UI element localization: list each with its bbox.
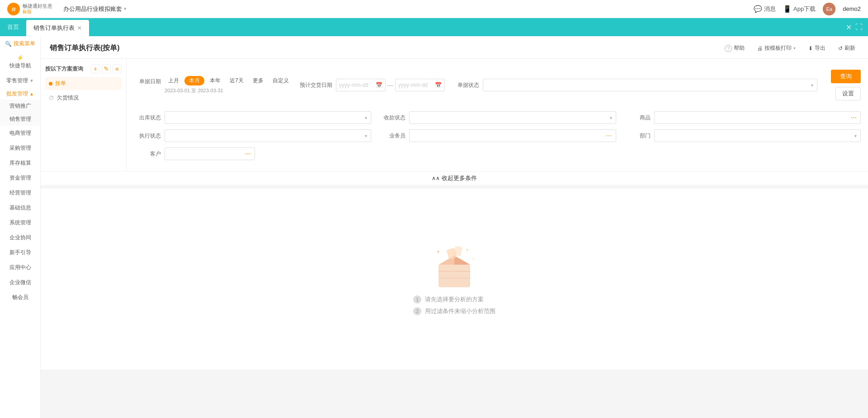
exec-arrow-icon: ▾: [365, 133, 367, 138]
date-field-container: 单据日期 上月 本月 本年 近7天 更多 自定义 20: [134, 76, 292, 94]
scheme-collapse-btn[interactable]: «: [113, 64, 122, 73]
sidebar-item-finance[interactable]: 资金管理: [0, 171, 40, 185]
print-btn[interactable]: 🖨 按模板打印 ▾: [754, 43, 799, 54]
expected-date-to[interactable]: yyyy-mm-dd 📅: [395, 79, 445, 91]
svg-text:✦: ✦: [466, 248, 469, 252]
scheme-header-title: 按以下方案查询: [45, 65, 83, 73]
filter-conditions: 单据日期 上月 本月 本年 近7天 更多 自定义 20: [127, 59, 868, 171]
tab-last-7-days[interactable]: 近7天: [226, 76, 247, 86]
export-btn[interactable]: ⬇ 导出: [805, 43, 829, 54]
tab-last-month[interactable]: 上月: [165, 76, 183, 86]
logo-text: 畅捷通好生意 标版: [23, 3, 52, 14]
goods-input[interactable]: ···: [654, 111, 861, 124]
edit-icon: ✎: [104, 65, 109, 72]
status-select[interactable]: ▾: [483, 79, 817, 91]
tab-close-icon[interactable]: ✕: [77, 25, 82, 31]
sidebar-item-operation[interactable]: 经营管理: [0, 185, 40, 200]
salesman-label: 业务员: [378, 132, 406, 140]
customer-dots-icon[interactable]: ···: [245, 150, 251, 158]
expected-date-field: 预计交货日期 yyyy-mm-dd 📅 — yyyy-mm-dd 📅: [300, 79, 445, 91]
tab-bar: 首页 销售订单执行表 ✕ ✕ ⛶: [0, 18, 868, 36]
tab-custom[interactable]: 自定义: [269, 76, 292, 86]
collapse-text: 收起更多条件: [442, 174, 477, 182]
content-area: 销售订单执行表(按单) ? 帮助 🖨 按模板打印 ▾ ⬇ 导出 ↺ 刷新: [41, 36, 868, 418]
customer-input[interactable]: ···: [165, 147, 255, 160]
collapse-icon: «: [115, 65, 119, 73]
svg-text:✦: ✦: [436, 249, 440, 254]
help-icon: ?: [725, 45, 732, 52]
tab-more[interactable]: 更多: [249, 76, 267, 86]
scheme-edit-btn[interactable]: ✎: [102, 64, 111, 73]
breadcrumb[interactable]: 办公用品行业模拟账套 ▾: [63, 5, 127, 13]
empty-step-2: 2 用过滤条件来缩小分析范围: [413, 307, 495, 315]
header-right: 💬 消息 📱 App下载 Ea demo2: [754, 3, 861, 15]
refresh-icon: ↺: [838, 45, 843, 52]
expected-to-placeholder: yyyy-mm-dd: [398, 82, 428, 88]
action-buttons: 查询 设置: [825, 64, 861, 106]
department-field: 部门 ▾: [623, 129, 861, 142]
sidebar-item-retail[interactable]: 零售管理 ▼: [0, 73, 40, 86]
tab-this-year[interactable]: 本年: [206, 76, 224, 86]
print-arrow-icon: ▾: [793, 46, 796, 51]
sidebar-item-purchase[interactable]: 采购管理: [0, 141, 40, 156]
app-download-action[interactable]: 📱 App下载: [783, 5, 816, 13]
out-stock-select[interactable]: ▾: [165, 111, 371, 124]
collapse-bar[interactable]: ∧∧ 收起更多条件: [41, 171, 868, 185]
scheme-item-by-order[interactable]: 按单: [45, 77, 122, 90]
filter-scheme-panel: 按以下方案查询 + ✎ «: [41, 59, 127, 171]
customer-label: 客户: [134, 150, 161, 158]
salesman-dots-icon[interactable]: ···: [606, 132, 612, 140]
user-avatar[interactable]: Ea: [823, 3, 835, 15]
page-actions: ? 帮助 🖨 按模板打印 ▾ ⬇ 导出 ↺ 刷新: [721, 43, 859, 54]
shortage-icon: ⏱: [49, 95, 54, 101]
sidebar-search[interactable]: 🔍 搜索菜单: [0, 36, 40, 51]
department-arrow-icon: ▾: [854, 133, 857, 138]
message-action[interactable]: 💬 消息: [754, 5, 776, 13]
print-icon: 🖨: [757, 45, 763, 52]
empty-svg: ✦ ✦ ✦: [427, 240, 481, 294]
sidebar-item-member[interactable]: 畅会员: [0, 290, 40, 305]
sidebar-item-wholesale[interactable]: 批发管理 ▲: [0, 86, 40, 100]
sidebar-item-shortcut[interactable]: ⚡ 快捷导航: [0, 51, 40, 73]
tab-maximize-icon[interactable]: ⛶: [855, 23, 863, 31]
svg-rect-2: [439, 265, 470, 287]
sidebar-item-inventory[interactable]: 库存核算: [0, 156, 40, 171]
sidebar-item-ecommerce[interactable]: 电商管理: [0, 126, 40, 141]
step-2-text: 用过滤条件来缩小分析范围: [425, 307, 495, 315]
empty-illustration: ✦ ✦ ✦: [427, 240, 481, 295]
sidebar-item-sales[interactable]: 销售管理: [0, 113, 40, 126]
receipt-select[interactable]: ▾: [409, 111, 616, 124]
goods-dots-icon[interactable]: ···: [851, 114, 857, 122]
sidebar-item-basic[interactable]: 基础信息: [0, 200, 40, 215]
settings-button[interactable]: 设置: [835, 87, 861, 100]
help-btn[interactable]: ? 帮助: [721, 43, 748, 54]
query-button[interactable]: 查询: [831, 70, 861, 83]
out-stock-field: 出库状态 ▾: [134, 111, 371, 124]
out-stock-arrow-icon: ▾: [365, 115, 367, 120]
sidebar-item-appstore[interactable]: 应用中心: [0, 260, 40, 275]
tab-sales-order[interactable]: 销售订单执行表 ✕: [26, 20, 89, 36]
tab-this-month[interactable]: 本月: [184, 76, 204, 86]
filter-panel: 按以下方案查询 + ✎ «: [41, 59, 868, 171]
scheme-add-btn[interactable]: +: [91, 64, 100, 73]
user-name[interactable]: demo2: [843, 5, 861, 12]
receipt-label: 收款状态: [378, 114, 406, 122]
scheme-item-shortage[interactable]: ⏱ 欠货情况: [45, 92, 122, 104]
exec-status-label: 执行状态: [134, 132, 161, 140]
tab-close-all-icon[interactable]: ✕: [846, 23, 852, 32]
department-select[interactable]: ▾: [654, 129, 861, 142]
receipt-status-field: 收款状态 ▾: [378, 111, 616, 124]
sidebar-item-system[interactable]: 系统管理: [0, 215, 40, 230]
sidebar-item-enterprise[interactable]: 企业协同: [0, 230, 40, 245]
page-title: 销售订单执行表(按单): [50, 43, 120, 53]
exec-status-select[interactable]: ▾: [165, 129, 371, 142]
refresh-btn[interactable]: ↺ 刷新: [835, 43, 859, 54]
salesman-input[interactable]: ···: [409, 129, 616, 142]
expected-date-from[interactable]: yyyy-mm-dd 📅: [336, 79, 386, 91]
expected-date-range: yyyy-mm-dd 📅 — yyyy-mm-dd 📅: [336, 79, 445, 91]
sidebar-item-marketing[interactable]: 营销推广: [0, 100, 40, 113]
status-field: 单据状态 ▾: [452, 79, 817, 91]
sidebar-item-wechat[interactable]: 企业微信: [0, 275, 40, 290]
sidebar-item-newbie[interactable]: 新手引导: [0, 245, 40, 260]
tab-home[interactable]: 首页: [0, 18, 26, 36]
